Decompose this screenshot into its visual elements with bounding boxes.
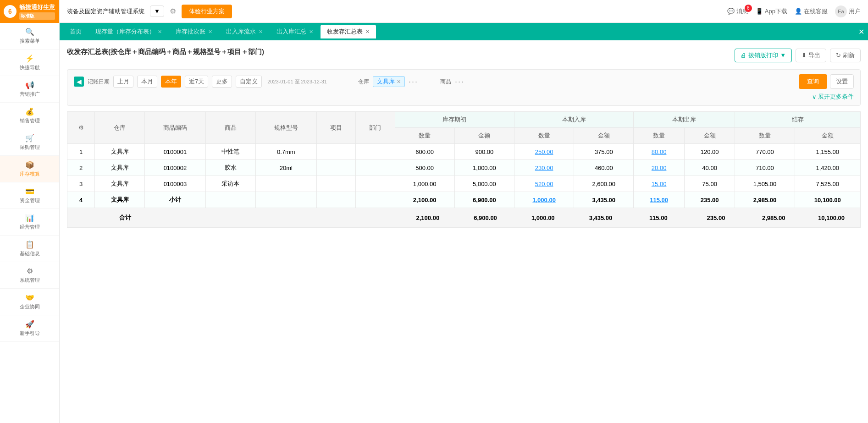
row3-index: 3 (67, 176, 95, 192)
row1-index: 1 (67, 144, 95, 160)
sidebar-item-sales-label: 销售管理 (20, 117, 40, 124)
main-content: 装备及固定资产辅助管理系统 ▼ ⚙ 体验行业方案 💬 消息 6 📱 App下载 … (60, 0, 868, 423)
date-range-display: 2023-01-01 至 2023-12-31 (267, 78, 327, 85)
tab-inout-flow[interactable]: 出入库流水 ✕ (220, 25, 269, 38)
tab-inout-flow-close[interactable]: ✕ (259, 29, 263, 35)
table-row: 3 文具库 0100003 采访本 1,000.00 5,000.00 520.… (67, 176, 861, 192)
subtotal-warehouse: 文具库 (95, 192, 145, 208)
row2-in-qty[interactable]: 230.00 (514, 160, 574, 176)
chevron-down-icon: ▼ (780, 52, 786, 59)
system-icon: ⚙ (27, 267, 33, 275)
row3-project (316, 176, 355, 192)
user-item[interactable]: Ea 用户 (835, 5, 861, 17)
row3-closing-qty: 1,505.00 (735, 176, 795, 192)
sidebar-item-guide[interactable]: 🚀 新手引导 (0, 315, 59, 342)
th-spec: 规格型号 (255, 112, 316, 144)
date-btn-prev-month[interactable]: 上月 (113, 76, 133, 88)
goods-more-btn[interactable]: ··· (455, 77, 464, 87)
tab-stock-summary-close[interactable]: ✕ (365, 29, 370, 35)
app-download-label: App下载 (765, 7, 787, 16)
app-download-item[interactable]: 📱 App下载 (756, 7, 787, 16)
setting-button[interactable]: 设置 (830, 74, 854, 89)
subtotal-in-qty[interactable]: 1,000.00 (514, 192, 574, 208)
row3-closing-amt: 7,525.00 (795, 176, 860, 192)
row3-opening-qty: 1,000.00 (395, 176, 454, 192)
warehouse-tag-close[interactable]: ✕ (397, 79, 401, 85)
row2-out-qty[interactable]: 20.00 (634, 160, 684, 176)
tab-inout-summary[interactable]: 出入库汇总 ✕ (270, 25, 320, 38)
filter-collapse-arrow[interactable]: ◀ (74, 77, 84, 87)
online-service-item[interactable]: 👤 在线客服 (795, 7, 828, 16)
sidebar-item-base[interactable]: 📋 基础信息 (0, 236, 59, 262)
th-closing-qty: 数量 (735, 128, 795, 144)
subtotal-closing-qty: 2,985.00 (735, 192, 795, 208)
row3-out-qty[interactable]: 15.00 (634, 176, 684, 192)
warehouse-filter-label: 仓库 (358, 78, 369, 86)
row3-in-qty[interactable]: 520.00 (514, 176, 574, 192)
warehouse-tag[interactable]: 文具库 ✕ (373, 76, 405, 87)
subtotal-project (316, 192, 355, 208)
tab-inventory-dist[interactable]: 现存量（库存分布表） ✕ (89, 25, 168, 38)
export-icon: ⬇ (802, 52, 807, 59)
top-header: 装备及固定资产辅助管理系统 ▼ ⚙ 体验行业方案 💬 消息 6 📱 App下载 … (60, 0, 868, 23)
sidebar-item-quicknav[interactable]: ⚡ 快捷导航 (0, 49, 59, 76)
date-btn-7days[interactable]: 近7天 (185, 76, 208, 88)
table-row: 2 文具库 0100002 胶水 20ml 500.00 1,000.00 23… (67, 160, 861, 176)
row1-opening-qty: 600.00 (395, 144, 454, 160)
sidebar-item-finance-label: 资金管理 (20, 197, 40, 204)
sidebar-item-enterprise[interactable]: 🤝 企业协同 (0, 289, 59, 315)
sidebar-item-search-label: 搜索菜单 (20, 38, 40, 44)
sidebar-item-operation[interactable]: 📊 经营管理 (0, 209, 59, 236)
date-btn-this-year[interactable]: 本年 (161, 76, 181, 88)
footer-in-qty: 1,000.00 (514, 212, 572, 224)
row1-in-qty[interactable]: 250.00 (514, 144, 574, 160)
date-btn-more[interactable]: 更多 (212, 76, 232, 88)
tab-home[interactable]: 首页 (63, 25, 88, 38)
sidebar-item-finance[interactable]: 💳 资金管理 (0, 182, 59, 209)
tab-inventory-dist-close[interactable]: ✕ (158, 29, 162, 35)
trial-button[interactable]: 体验行业方案 (182, 5, 232, 18)
row1-code: 0100001 (145, 144, 206, 160)
expand-conditions-btn[interactable]: ∨ 展开更多条件 (812, 93, 854, 101)
sidebar-item-inventory[interactable]: 📦 库存核算 (0, 156, 59, 182)
row1-project (316, 144, 355, 160)
footer-empty3 (211, 212, 269, 224)
subtotal-dept (356, 192, 395, 208)
date-btn-this-month[interactable]: 本月 (137, 76, 157, 88)
sales-icon: 💰 (25, 107, 34, 116)
date-btn-custom[interactable]: 自定义 (236, 76, 262, 88)
footer-out-qty: 115.00 (630, 212, 687, 224)
tab-batch-account-close[interactable]: ✕ (208, 29, 212, 35)
query-button[interactable]: 查询 (799, 74, 827, 89)
tab-stock-summary[interactable]: 收发存汇总表 ✕ (321, 25, 376, 38)
row3-out-amt: 75.00 (684, 176, 735, 192)
subtotal-out-qty[interactable]: 115.00 (634, 192, 684, 208)
sidebar-item-quicknav-label: 快捷导航 (20, 64, 40, 71)
row1-out-amt: 120.00 (684, 144, 735, 160)
sidebar-item-marketing[interactable]: 📢 营销推广 (0, 76, 59, 103)
messages-item[interactable]: 💬 消息 6 (727, 7, 748, 16)
th-gear[interactable]: ⚙ (67, 112, 95, 144)
sidebar-item-inventory-label: 库存核算 (20, 170, 40, 177)
print-button[interactable]: 🖨 拨销版打印 ▼ (735, 49, 792, 62)
system-select[interactable]: ▼ (150, 5, 164, 17)
tab-inout-summary-close[interactable]: ✕ (309, 29, 313, 35)
tab-batch-account-label: 库存批次账 (176, 27, 205, 36)
warehouse-more-btn[interactable]: ··· (409, 77, 418, 87)
refresh-button[interactable]: ↻ 刷新 (830, 49, 861, 62)
tab-batch-account[interactable]: 库存批次账 ✕ (169, 25, 219, 38)
sidebar-item-purchase[interactable]: 🛒 采购管理 (0, 129, 59, 156)
sidebar-item-sales[interactable]: 💰 销售管理 (0, 103, 59, 129)
sidebar-item-search[interactable]: 🔍 搜索菜单 (0, 23, 59, 49)
th-opening-amt: 金额 (454, 128, 514, 144)
page-content-area: 收发存汇总表(按仓库＋商品编码＋商品＋规格型号＋项目＋部门) 🖨 拨销版打印 ▼… (60, 40, 868, 423)
export-button[interactable]: ⬇ 导出 (796, 49, 826, 62)
row2-code: 0100002 (145, 160, 206, 176)
footer-empty4 (269, 212, 312, 224)
row1-name: 中性笔 (205, 144, 255, 160)
sidebar-item-system[interactable]: ⚙ 系统管理 (0, 262, 59, 289)
search-icon: 🔍 (25, 27, 34, 36)
tab-bar-close-btn[interactable]: ✕ (858, 27, 864, 36)
gear-settings-icon[interactable]: ⚙ (170, 7, 176, 16)
row1-out-qty[interactable]: 80.00 (634, 144, 684, 160)
